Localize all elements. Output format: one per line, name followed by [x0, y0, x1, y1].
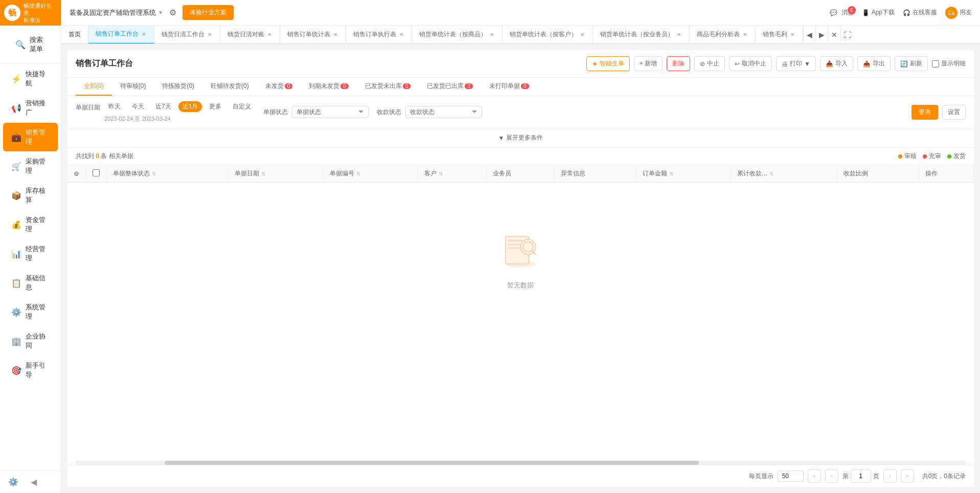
first-page-btn[interactable]: « — [808, 469, 821, 483]
settings-icon-btn[interactable]: ⚙ — [169, 8, 176, 17]
user-menu-btn[interactable]: Ea 用友 — [945, 7, 972, 19]
date-btn-today[interactable]: 今天 — [128, 101, 148, 112]
status-select[interactable]: 单据状态 — [292, 106, 369, 118]
date-btn-7days[interactable]: 近7天 — [151, 101, 175, 112]
tab-home[interactable]: 首页 — [61, 26, 88, 44]
smart-create-btn[interactable]: ★ 智能生单 — [586, 56, 630, 71]
tab-close-all[interactable]: ✕ — [828, 26, 840, 44]
tab-cash-daily[interactable]: 钱货日清工作台 ✕ — [154, 26, 220, 44]
tab-close-icon[interactable]: ✕ — [742, 31, 748, 38]
sort-icon[interactable]: ⇅ — [769, 171, 773, 176]
filter-settings-btn[interactable]: 设置 — [942, 105, 966, 120]
sidebar-item-marketing[interactable]: 📢 营销推广 — [3, 94, 58, 122]
system-title: 装备及固定资产辅助管理系统 — [70, 8, 156, 17]
date-btn-yesterday[interactable]: 昨天 — [104, 101, 125, 112]
sidebar-item-guide[interactable]: 🎯 新手引导 — [3, 356, 58, 385]
sidebar-item-enterprise[interactable]: 🏢 企业协同 — [3, 327, 58, 355]
sidebar-item-operations[interactable]: 📊 经营管理 — [3, 239, 58, 268]
prev-page-btn[interactable]: ‹ — [825, 469, 838, 483]
tab-cash-reconcile[interactable]: 钱货日清对账 ✕ — [220, 26, 280, 44]
date-btn-more[interactable]: 更多 — [205, 101, 225, 112]
filter-tab-pending-review[interactable]: 待审核(0) — [112, 78, 154, 96]
app-download-btn[interactable]: 📱 App下载 — [862, 8, 895, 17]
sidebar-item-system[interactable]: ⚙️ 系统管理 — [3, 298, 58, 326]
import-btn[interactable]: 📥 导入 — [820, 56, 853, 71]
tab-sales-summary-staff[interactable]: 销货单统计表（按业务员） ✕ — [593, 26, 690, 44]
sidebar-item-label: 快捷导航 — [26, 70, 50, 88]
refresh-btn[interactable]: 🔄 刷新 — [895, 56, 928, 71]
last-page-btn[interactable]: » — [901, 469, 914, 483]
tab-close-icon[interactable]: ✕ — [789, 31, 795, 38]
sidebar-item-sales[interactable]: 💼 销售管理 — [3, 123, 58, 151]
filter-tab-pending-check[interactable]: 待拣验货(0) — [154, 78, 202, 96]
th-settings[interactable]: ⚙ — [67, 165, 86, 183]
tab-close-icon[interactable]: ✕ — [398, 31, 404, 38]
tab-close-icon[interactable]: ✕ — [332, 31, 338, 38]
tab-close-icon[interactable]: ✕ — [489, 31, 495, 38]
tab-sales-summary-product[interactable]: 销货单统计表（按商品） ✕ — [412, 26, 503, 44]
filter-tab-not-shipped[interactable]: 未发货0 — [257, 78, 301, 96]
tab-nav-next[interactable]: ▶ — [815, 26, 828, 44]
stop-btn[interactable]: ⊘ 中止 — [694, 56, 725, 71]
payment-select[interactable]: 收款状态 — [405, 106, 482, 118]
date-btn-month[interactable]: 近1月 — [178, 101, 202, 112]
delete-btn[interactable]: 删除 — [667, 56, 690, 71]
tab-margin-analysis[interactable]: 商品毛利分析表 ✕ — [690, 26, 756, 44]
cancel-stop-btn[interactable]: ↩ 取消中止 — [729, 56, 772, 71]
ship-btn[interactable]: 发货 — [947, 152, 966, 161]
sort-icon[interactable]: ⇅ — [439, 171, 443, 176]
filter-tab-wangpu-ship[interactable]: 旺铺待发货(0) — [202, 78, 257, 96]
tab-sales-execution[interactable]: 销售订单执行表 ✕ — [346, 26, 412, 44]
tab-sales-workbench[interactable]: 销售订单工作台 ✕ — [88, 26, 154, 44]
online-service-btn[interactable]: 🎧 在线客服 — [903, 8, 937, 17]
filter-tab-overdue-ship[interactable]: 到期未发货0 — [301, 78, 357, 96]
tab-sales-more[interactable]: 销售毛利 ✕ — [756, 26, 803, 44]
tab-label: 销售订单统计表 — [287, 30, 330, 39]
th-status: 单据整体状态⇅ — [106, 165, 228, 183]
sidebar-item-finance[interactable]: 💰 资金管理 — [3, 210, 58, 239]
expand-filters-btn[interactable]: ▼ 展开更多条件 — [494, 131, 548, 144]
reject-btn[interactable]: 充审 — [923, 152, 941, 161]
filter-tab-all[interactable]: 全部(0) — [76, 78, 112, 96]
tab-close-icon[interactable]: ✕ — [676, 31, 682, 38]
tab-restore[interactable]: ⛶ — [840, 26, 854, 44]
select-all-checkbox[interactable] — [93, 169, 100, 176]
sidebar-item-basic[interactable]: 📋 基础信息 — [3, 268, 58, 297]
page-size-select[interactable]: 50 20 100 — [778, 470, 804, 482]
tab-close-icon[interactable]: ✕ — [141, 30, 147, 38]
tab-close-icon[interactable]: ✕ — [266, 31, 272, 38]
sort-icon[interactable]: ⇅ — [152, 171, 156, 176]
scrollbar-thumb[interactable] — [165, 461, 699, 465]
next-page-btn[interactable]: › — [883, 469, 897, 483]
date-btn-custom[interactable]: 自定义 — [229, 101, 255, 112]
horizontal-scrollbar[interactable] — [76, 461, 966, 465]
filter-tab-shipped-not-out[interactable]: 已发货未出库0 — [357, 78, 419, 96]
sidebar-item-inventory[interactable]: 📦 库存核算 — [3, 181, 58, 210]
sort-icon[interactable]: ⇅ — [261, 171, 265, 176]
collapse-btn[interactable]: ◀ — [27, 475, 41, 489]
sidebar-item-quick-nav[interactable]: ⚡ 快捷导航 — [3, 64, 58, 93]
filter-tab-shipped-out[interactable]: 已发货已出库0 — [419, 78, 481, 96]
search-menu-btn[interactable]: 🔍 搜索菜单 — [7, 30, 54, 59]
industry-solution-btn[interactable]: 体验行业方案 — [183, 5, 234, 20]
add-btn[interactable]: + 新增 — [634, 56, 663, 71]
tab-sales-summary-customer[interactable]: 销货单统计表（按客户） ✕ — [503, 26, 593, 44]
messages-btn[interactable]: 💬 6 消息 — [830, 8, 854, 17]
sort-icon[interactable]: ⇅ — [669, 171, 673, 176]
sidebar-item-purchase[interactable]: 🛒 采购管理 — [3, 152, 58, 181]
show-detail-checkbox[interactable] — [932, 60, 939, 68]
sort-icon[interactable]: ⇅ — [356, 171, 360, 176]
system-title-dropdown[interactable]: 装备及固定资产辅助管理系统 ▼ — [70, 8, 163, 17]
filter-tab-not-printed[interactable]: 未打印单据0 — [481, 78, 537, 96]
tab-nav-prev[interactable]: ◀ — [803, 26, 815, 44]
tab-close-icon[interactable]: ✕ — [579, 31, 585, 38]
results-count: 共找到 0 条 相关单据 — [76, 152, 133, 161]
tab-sales-stats[interactable]: 销售订单统计表 ✕ — [280, 26, 346, 44]
print-btn[interactable]: 🖨 打印 ▼ — [776, 56, 816, 71]
audit-btn[interactable]: 审核 — [898, 152, 917, 161]
settings-bottom-btn[interactable]: ⚙️ — [4, 475, 22, 489]
tab-close-icon[interactable]: ✕ — [207, 31, 213, 38]
page-number-input[interactable] — [851, 469, 871, 483]
query-btn[interactable]: 查询 — [911, 105, 938, 120]
export-btn[interactable]: 📤 导出 — [857, 56, 891, 71]
